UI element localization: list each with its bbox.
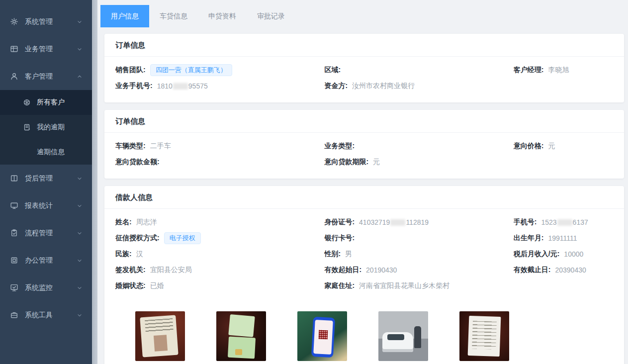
sidebar-item-system-mgmt[interactable]: 系统管理 bbox=[0, 8, 92, 35]
tab-car-loan-info[interactable]: 车贷信息 bbox=[149, 5, 198, 27]
field: 区域: bbox=[324, 62, 513, 78]
field: 银行卡号: bbox=[324, 230, 513, 246]
tab-loan-apply-docs[interactable]: 申贷资料 bbox=[198, 5, 247, 27]
photo-phone-qr: 征信授权 bbox=[297, 311, 347, 364]
tag[interactable]: 电子授权 bbox=[164, 232, 201, 244]
photo-id-card-thumbnail[interactable] bbox=[135, 311, 185, 361]
field-value: 汝州市农村商业银行 bbox=[352, 82, 415, 91]
tab-bar: 用户信息车贷信息申贷资料审批记录 bbox=[100, 5, 628, 27]
photo-phone-qr-thumbnail[interactable] bbox=[297, 311, 347, 361]
sidebar-item-overdue-info[interactable]: 逾期信息 bbox=[0, 140, 92, 165]
sidebar-item-label: 系统管理 bbox=[25, 17, 53, 26]
field: 有效起始日:20190430 bbox=[324, 262, 513, 278]
field-value: 20190430 bbox=[366, 266, 397, 274]
field-value: 元 bbox=[373, 158, 380, 167]
field-label: 姓名: bbox=[115, 218, 132, 227]
tab-user-info[interactable]: 用户信息 bbox=[100, 5, 149, 27]
sidebar-item-label: 系统监控 bbox=[25, 283, 53, 292]
main-content: 用户信息车贷信息申贷资料审批记录 订单信息销售团队:四团一营（直属王鹏飞）区域:… bbox=[97, 0, 628, 364]
field-label: 区域: bbox=[324, 66, 341, 75]
field-value-prefix: 41032719 bbox=[359, 218, 390, 226]
card-title: 借款人信息 bbox=[104, 186, 624, 209]
sidebar-item-system-tools[interactable]: 系统工具 bbox=[0, 301, 92, 329]
field-label: 性别: bbox=[324, 250, 341, 259]
photo-document-thumbnail[interactable] bbox=[459, 311, 509, 361]
field-value-prefix: 1523 bbox=[541, 218, 556, 226]
sidebar-item-label: 客户管理 bbox=[25, 72, 53, 81]
field-label: 业务手机号: bbox=[115, 82, 153, 91]
card-title: 订单信息 bbox=[104, 34, 624, 57]
field-label: 车辆类型: bbox=[115, 142, 146, 151]
sidebar-item-business-mgmt[interactable]: 业务管理 bbox=[0, 35, 92, 63]
field-value: 宜阳县公安局 bbox=[150, 266, 192, 274]
field-label: 征信授权方式: bbox=[115, 234, 160, 243]
doc-icon bbox=[10, 256, 18, 265]
field-label: 税后月收入/元: bbox=[514, 250, 560, 259]
field-empty bbox=[514, 78, 613, 94]
cards-area: 订单信息销售团队:四团一营（直属王鹏飞）区域:客户经理:李晓旭业务手机号:181… bbox=[97, 27, 628, 364]
tag[interactable]: 四团一营（直属王鹏飞） bbox=[150, 64, 232, 76]
sidebar-item-label: 我的逾期 bbox=[37, 123, 65, 132]
field: 姓名:周志洋 bbox=[115, 214, 324, 230]
field: 征信授权方式:电子授权 bbox=[115, 230, 324, 246]
sidebar-item-office-mgmt[interactable]: 办公管理 bbox=[0, 247, 92, 274]
photo-green-booklet: 行驶证照片 bbox=[216, 311, 266, 364]
field-label: 意向价格: bbox=[514, 142, 544, 151]
toolbox-icon bbox=[10, 311, 18, 319]
wheel-icon bbox=[23, 98, 31, 106]
field-empty bbox=[514, 154, 613, 170]
field-value: 男 bbox=[345, 250, 352, 259]
field: 意向价格:元 bbox=[514, 138, 613, 154]
sidebar-item-customer-mgmt[interactable]: 客户管理 bbox=[0, 63, 92, 90]
field: 手机号:15236137 bbox=[514, 214, 613, 230]
sidebar-item-system-monitor[interactable]: 系统监控 bbox=[0, 274, 92, 301]
grid-icon bbox=[10, 45, 18, 53]
chevron-down-icon bbox=[76, 18, 83, 25]
redaction-blur bbox=[557, 219, 572, 226]
photo-green-booklet-thumbnail[interactable] bbox=[216, 311, 266, 361]
chevron-down-icon bbox=[76, 284, 83, 291]
sidebar-item-label: 流程管理 bbox=[25, 229, 53, 238]
field-label: 婚姻状态: bbox=[115, 281, 146, 290]
chevron-down-icon bbox=[76, 202, 83, 209]
field-label: 签发机关: bbox=[115, 266, 146, 274]
field-value: 20390430 bbox=[555, 266, 586, 274]
sidebar-item-label: 报表统计 bbox=[25, 201, 53, 210]
sidebar-item-my-overdue[interactable]: 我的逾期 bbox=[0, 115, 92, 140]
field-empty bbox=[514, 278, 613, 294]
field-value: 已婚 bbox=[150, 281, 164, 290]
field: 家庭住址:河南省宜阳县花果山乡木柴村 bbox=[324, 278, 513, 294]
field-label: 有效起始日: bbox=[324, 266, 361, 274]
field-value: 河南省宜阳县花果山乡木柴村 bbox=[359, 281, 449, 290]
sidebar-item-report-stats[interactable]: 报表统计 bbox=[0, 192, 92, 219]
sidebar-item-process-mgmt[interactable]: 流程管理 bbox=[0, 219, 92, 247]
field-label: 业务类型: bbox=[324, 142, 355, 151]
field-label: 身份证号: bbox=[324, 218, 355, 227]
order-info-card-1: 订单信息销售团队:四团一营（直属王鹏飞）区域:客户经理:李晓旭业务手机号:181… bbox=[104, 34, 624, 102]
field-value: 汉 bbox=[136, 250, 143, 259]
sidebar-item-postloan-mgmt[interactable]: 贷后管理 bbox=[0, 165, 92, 192]
chevron-down-icon bbox=[76, 230, 83, 237]
field-value: 二手车 bbox=[150, 142, 171, 151]
photo-row: 身份证行驶证照片征信授权人车合影其他材料 bbox=[104, 302, 624, 364]
photo-id-card: 身份证 bbox=[135, 311, 185, 364]
photo-person-car: 人车合影 bbox=[378, 311, 428, 364]
order-info-card-2: 订单信息车辆类型:二手车业务类型:意向价格:元意向贷款金额:意向贷款期限:元 bbox=[104, 110, 624, 179]
field-value: 元 bbox=[548, 142, 555, 151]
field-label: 家庭住址: bbox=[324, 281, 355, 290]
field-label: 客户经理: bbox=[514, 66, 544, 75]
gear-icon bbox=[10, 17, 18, 26]
field-value: 周志洋 bbox=[136, 218, 157, 227]
field: 民族:汉 bbox=[115, 246, 324, 262]
sidebar-scrollbar-strip[interactable] bbox=[92, 0, 97, 364]
card-body: 销售团队:四团一营（直属王鹏飞）区域:客户经理:李晓旭业务手机号:1810955… bbox=[104, 57, 624, 102]
chevron-down-icon bbox=[76, 175, 83, 182]
submenu-customer-mgmt: 所有客户我的逾期逾期信息 bbox=[0, 90, 92, 165]
tab-approval-records[interactable]: 审批记录 bbox=[247, 5, 295, 27]
sidebar-item-all-customers[interactable]: 所有客户 bbox=[0, 90, 92, 115]
field: 税后月收入/元:10000 bbox=[514, 246, 613, 262]
field: 意向贷款金额: bbox=[115, 154, 324, 170]
field-label: 民族: bbox=[115, 250, 132, 259]
borrower-info-card: 借款人信息姓名:周志洋身份证号:41032719112819手机号:152361… bbox=[104, 186, 624, 364]
photo-person-car-thumbnail[interactable] bbox=[378, 311, 428, 361]
